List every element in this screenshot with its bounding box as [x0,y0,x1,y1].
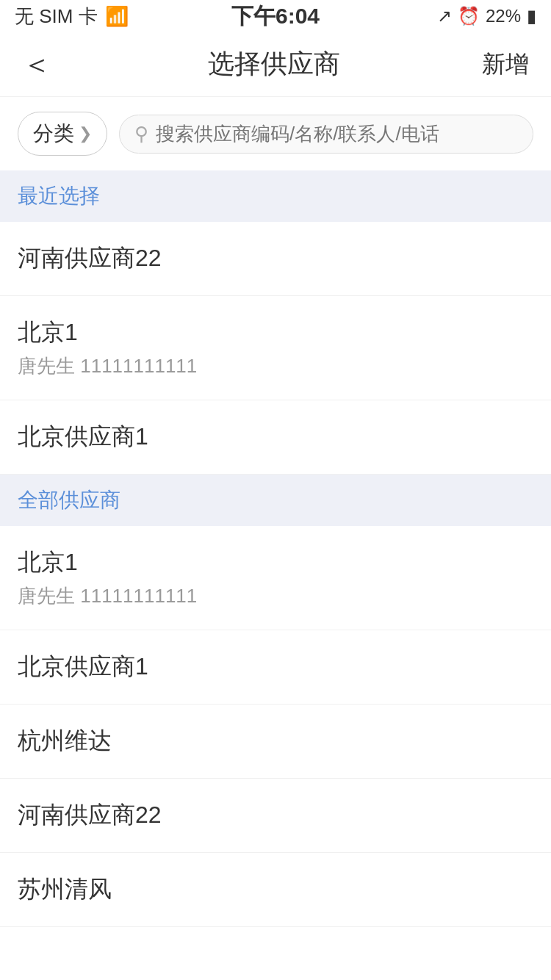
page-title: 选择供应商 [208,46,340,82]
item-name: 苏州清风 [18,873,533,906]
item-name: 河南供应商22 [18,799,533,832]
list-item[interactable]: 河南供应商22 [0,779,551,853]
location-icon: ↗ [437,6,452,26]
category-label: 分类 [33,120,74,148]
list-item[interactable]: 北京1 唐先生 11111111111 [0,296,551,400]
item-name: 北京1 [18,547,533,579]
item-sub: 唐先生 11111111111 [18,353,533,379]
all-items-list: 北京1 唐先生 11111111111 北京供应商1 杭州维达 河南供应商22 … [0,526,551,927]
status-bar: 无 SIM 卡 📶 下午6:04 ↗ ⏰ 22% ▮ [0,0,551,32]
back-button[interactable]: ＜ [22,44,66,84]
list-item[interactable]: 北京供应商1 [0,400,551,475]
carrier-text: 无 SIM 卡 [15,4,98,29]
category-filter-button[interactable]: 分类 ❯ [18,112,107,156]
item-name: 杭州维达 [18,725,533,757]
alarm-icon: ⏰ [458,6,480,26]
list-item[interactable]: 北京1 唐先生 11111111111 [0,526,551,630]
status-right: ↗ ⏰ 22% ▮ [437,6,536,26]
search-icon: ⚲ [134,123,148,145]
filter-bar: 分类 ❯ ⚲ [0,97,551,170]
item-name: 河南供应商22 [18,242,533,275]
all-section-header: 全部供应商 [0,475,551,526]
list-item[interactable]: 杭州维达 [0,705,551,779]
list-item[interactable]: 苏州清风 [0,853,551,927]
recent-items-list: 河南供应商22 北京1 唐先生 11111111111 北京供应商1 [0,222,551,475]
chevron-right-icon: ❯ [79,124,92,143]
list-item[interactable]: 河南供应商22 [0,222,551,296]
item-name: 北京供应商1 [18,651,533,683]
battery-text: 22% [486,6,521,26]
search-input[interactable] [156,123,518,145]
list-item[interactable]: 北京供应商1 [0,630,551,705]
status-time: 下午6:04 [231,1,320,32]
add-button[interactable]: 新增 [482,48,529,81]
status-left: 无 SIM 卡 📶 [15,4,129,29]
recent-section-header: 最近选择 [0,170,551,222]
item-name: 北京供应商1 [18,421,533,453]
item-sub: 唐先生 11111111111 [18,583,533,609]
nav-bar: ＜ 选择供应商 新增 [0,32,551,97]
search-box[interactable]: ⚲ [119,115,533,154]
wifi-icon: 📶 [105,5,129,28]
battery-icon: ▮ [527,6,536,26]
item-name: 北京1 [18,317,533,349]
